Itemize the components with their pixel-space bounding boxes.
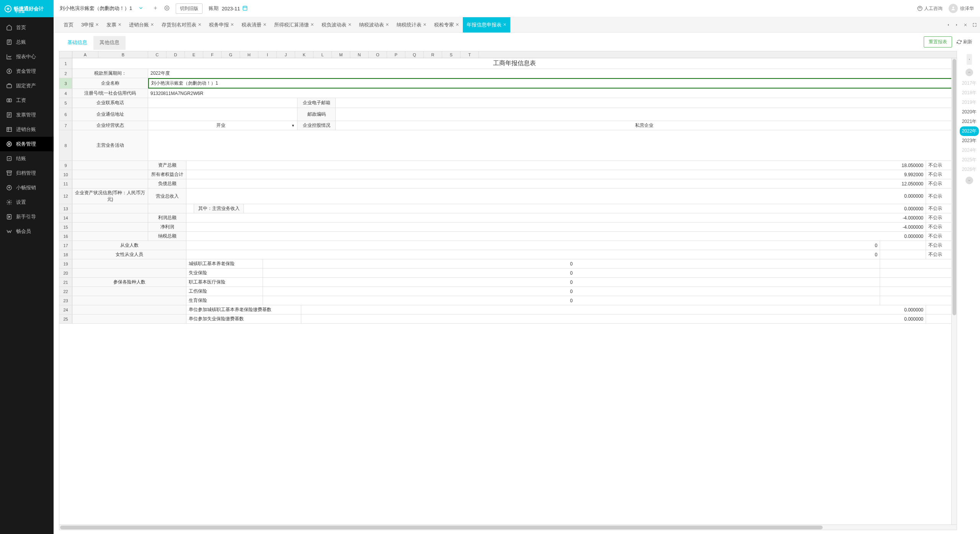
tab-next-icon[interactable]	[955, 23, 959, 27]
tab[interactable]: 存货别名对照表✕	[158, 17, 205, 33]
row-header[interactable]: 20	[59, 269, 72, 277]
tab[interactable]: 纳税统计表✕	[393, 17, 430, 33]
column-header[interactable]: H	[240, 51, 258, 58]
tab[interactable]: 税务申报✕	[205, 17, 238, 33]
row-header[interactable]: 10	[59, 170, 72, 179]
tab[interactable]: 纳税波动表✕	[355, 17, 393, 33]
column-header[interactable]: T	[461, 51, 479, 58]
row-header[interactable]: 17	[59, 241, 72, 250]
row-header[interactable]: 13	[59, 204, 72, 213]
row-header[interactable]: 9	[59, 161, 72, 170]
row-header[interactable]: 6	[59, 108, 72, 121]
row-header[interactable]: 1	[59, 58, 72, 69]
column-header[interactable]: G	[222, 51, 240, 58]
nav-item-asset[interactable]: 固定资产	[0, 79, 54, 93]
column-header[interactable]: D	[167, 51, 185, 58]
column-header[interactable]: J	[277, 51, 295, 58]
row-header[interactable]: 2	[59, 69, 72, 78]
calendar-icon[interactable]	[242, 5, 248, 12]
switch-old-version-button[interactable]: 切到旧版	[176, 3, 203, 14]
addr-value-cell[interactable]	[148, 108, 297, 121]
year-item[interactable]: 2022年	[960, 126, 979, 136]
column-header[interactable]: P	[387, 51, 405, 58]
row-header[interactable]: 4	[59, 89, 72, 98]
row-header[interactable]: 14	[59, 213, 72, 222]
close-icon[interactable]: ✕	[150, 22, 154, 27]
nav-item-home[interactable]: 首页	[0, 20, 54, 35]
gear-icon[interactable]	[164, 5, 170, 12]
email-value-cell[interactable]	[336, 98, 957, 108]
tab-prev-icon[interactable]	[946, 23, 950, 27]
tab[interactable]: 年报信息申报表✕	[463, 17, 510, 33]
nav-item-expense[interactable]: 小畅报销	[0, 180, 54, 195]
tab-fullscreen-icon[interactable]	[972, 23, 977, 27]
nav-item-report[interactable]: 报表中心	[0, 49, 54, 64]
year-item[interactable]: 2017年	[960, 79, 979, 88]
close-icon[interactable]: ✕	[95, 22, 99, 27]
vertical-scrollbar[interactable]	[951, 58, 957, 524]
account-selector[interactable]: 刘小艳演示账套（勿删勿动！）1	[60, 5, 132, 12]
close-icon[interactable]: ✕	[423, 22, 426, 27]
phone-value-cell[interactable]	[148, 98, 297, 108]
row-header[interactable]: 16	[59, 232, 72, 241]
column-header[interactable]: L	[314, 51, 332, 58]
year-item[interactable]: 2026年	[960, 165, 979, 174]
user-menu[interactable]: 徐泽华	[949, 4, 974, 13]
column-header[interactable]: M	[332, 51, 350, 58]
tab[interactable]: 首页	[60, 17, 77, 33]
column-header[interactable]: R	[424, 51, 442, 58]
nav-item-ledger[interactable]: 总账	[0, 35, 54, 49]
row-header[interactable]: 18	[59, 250, 72, 259]
nav-item-close-books[interactable]: 结账	[0, 151, 54, 166]
tab[interactable]: 所得税汇算清缴✕	[270, 17, 318, 33]
nav-item-settings[interactable]: 设置	[0, 195, 54, 210]
row-header[interactable]: 11	[59, 179, 72, 188]
tab[interactable]: 发票✕	[103, 17, 125, 33]
column-header[interactable]: E	[185, 51, 203, 58]
close-icon[interactable]: ✕	[503, 22, 506, 27]
row-header[interactable]: 25	[59, 315, 72, 323]
close-icon[interactable]: ✕	[348, 22, 351, 27]
column-header[interactable]: B	[98, 51, 148, 58]
year-item[interactable]: 2021年	[960, 117, 979, 126]
spreadsheet[interactable]: ABCDEFGHIJKLMNOPQRST 1工商年报信息表2税款所属期间：202…	[59, 51, 957, 530]
nav-item-vip[interactable]: 畅会员	[0, 224, 54, 239]
sub-tab-basic[interactable]: 基础信息	[61, 36, 93, 50]
holding-value-cell[interactable]: 私营企业▼	[336, 121, 957, 130]
row-header[interactable]: 22	[59, 287, 72, 296]
year-down-icon[interactable]	[965, 177, 973, 184]
tab[interactable]: 税检专家✕	[430, 17, 463, 33]
year-item[interactable]: 2024年	[960, 146, 979, 155]
column-header[interactable]: O	[369, 51, 387, 58]
nav-item-funds[interactable]: 资金管理	[0, 64, 54, 79]
collapse-rail-icon[interactable]	[967, 54, 972, 65]
row-header[interactable]: 19	[59, 259, 72, 268]
row-header[interactable]: 5	[59, 98, 72, 108]
tab[interactable]: 税负波动表✕	[318, 17, 355, 33]
nav-item-salary[interactable]: 工资	[0, 93, 54, 108]
row-header[interactable]: 23	[59, 296, 72, 305]
row-header[interactable]: 15	[59, 223, 72, 231]
sub-tab-other[interactable]: 其他信息	[93, 36, 126, 50]
refresh-button[interactable]: 刷新	[957, 39, 972, 45]
column-header[interactable]: C	[148, 51, 167, 58]
postcode-value-cell[interactable]	[336, 108, 957, 121]
nav-item-guide[interactable]: 新手引导	[0, 210, 54, 224]
close-icon[interactable]: ✕	[456, 22, 459, 27]
status-value-cell[interactable]: 开业▼	[148, 121, 297, 130]
close-icon[interactable]: ✕	[385, 22, 389, 27]
chevron-down-icon[interactable]	[138, 5, 144, 12]
row-header[interactable]: 12	[59, 188, 72, 204]
add-account-icon[interactable]	[153, 5, 158, 12]
year-item[interactable]: 2025年	[960, 155, 979, 165]
column-header[interactable]: F	[203, 51, 222, 58]
column-header[interactable]: K	[295, 51, 314, 58]
nav-item-invoice[interactable]: 发票管理	[0, 108, 54, 122]
nav-item-tax[interactable]: 税务管理	[0, 137, 54, 151]
row-header[interactable]: 21	[59, 278, 72, 287]
period-value[interactable]: 2023-11	[222, 6, 240, 11]
column-header[interactable]: S	[442, 51, 461, 58]
row-header[interactable]: 8	[59, 130, 72, 161]
main-biz-value-cell[interactable]	[148, 130, 957, 161]
company-value-cell[interactable]: 刘小艳演示账套（勿删勿动！）1	[148, 78, 957, 88]
